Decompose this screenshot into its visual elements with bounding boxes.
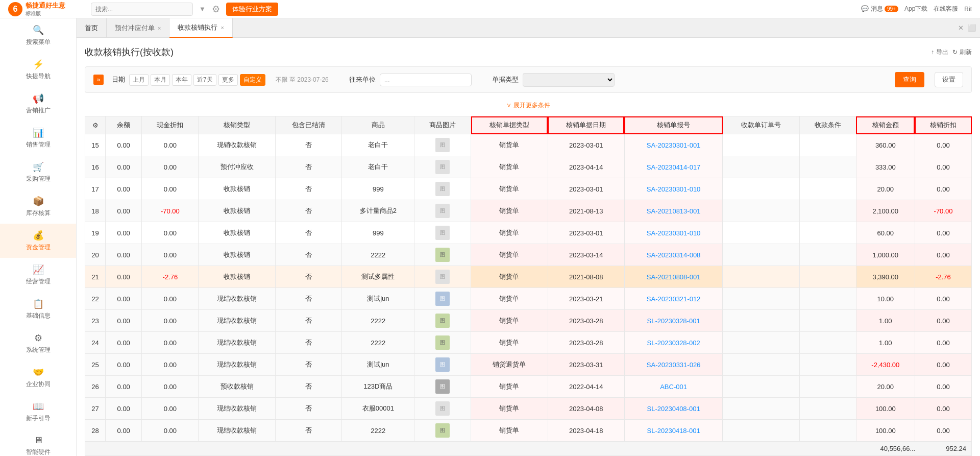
- cell-id: 23: [85, 310, 106, 332]
- sidebar-item-sales[interactable]: 📊 销售管理: [0, 121, 76, 155]
- tab-writeoff[interactable]: 收款核销执行 ×: [169, 18, 232, 38]
- refresh-button[interactable]: ↻ 刷新: [952, 48, 972, 57]
- dropdown-arrow[interactable]: ▼: [199, 5, 206, 13]
- sidebar-item-enterprise[interactable]: 🤝 企业协同: [0, 361, 76, 395]
- export-button[interactable]: ↑ 导出: [931, 48, 948, 57]
- cell-include-settled: 否: [275, 354, 342, 376]
- counterpart-input[interactable]: [380, 74, 472, 86]
- cell-remainder: 0.00: [106, 332, 142, 354]
- col-goods-image: 商品图片: [414, 116, 471, 134]
- cell-writeoff-discount: 0.00: [915, 222, 971, 244]
- cell-id: 15: [85, 134, 106, 156]
- table-row: 25 0.00 0.00 现结收款核销 否 测试jun 图 销货退货单 2023…: [85, 354, 972, 376]
- table-header: ⚙ 余额 现金折扣 核销类型 包含已结清 商品 商品图片 核销单据类型 核销单据…: [85, 116, 972, 134]
- user-name: Rit: [964, 6, 972, 13]
- page-title-actions: ↑ 导出 ↻ 刷新: [931, 48, 972, 57]
- date-this-month[interactable]: 本月: [151, 74, 170, 86]
- online-service-link[interactable]: 在线客服: [934, 5, 958, 13]
- cell-cash-discount: 0.00: [142, 398, 199, 420]
- date-custom[interactable]: 自定义: [240, 74, 265, 86]
- filter-expand-button[interactable]: »: [93, 75, 104, 85]
- date-this-year[interactable]: 本年: [172, 74, 191, 86]
- sidebar-item-finance[interactable]: 💰 资金管理: [0, 224, 76, 258]
- sidebar-item-guide[interactable]: 📖 新手引导: [0, 395, 76, 429]
- bill-no-link[interactable]: SA-20230301-010: [647, 185, 701, 193]
- expand-more-label: ∨ 展开更多条件: [506, 102, 550, 109]
- cell-writeoff-bill-no: SA-20210813-001: [624, 200, 722, 222]
- date-more[interactable]: 更多: [218, 74, 238, 86]
- cell-goods: 老白干: [342, 134, 414, 156]
- bill-no-link[interactable]: SA-20230414-017: [647, 163, 701, 171]
- bill-no-link[interactable]: SL-20230328-001: [647, 317, 700, 325]
- table-row: 15 0.00 0.00 现销收款核销 否 老白干 图 销货单 2023-03-…: [85, 134, 972, 156]
- message-icon[interactable]: 💬 消息 99+: [861, 5, 898, 13]
- cell-writeoff-discount: 0.00: [915, 398, 971, 420]
- bill-no-link[interactable]: SA-20230314-008: [647, 251, 701, 259]
- tab2-close-icon[interactable]: ×: [220, 25, 224, 31]
- guide-icon: 📖: [33, 401, 44, 412]
- cell-receipt-order: [723, 398, 799, 420]
- setting-button[interactable]: 设置: [935, 72, 963, 87]
- cell-goods: 999: [342, 178, 414, 200]
- sidebar-item-basic-info[interactable]: 📋 基础信息: [0, 292, 76, 326]
- cell-writeoff-type: 预收款核销: [199, 376, 275, 398]
- cell-receipt-order: [723, 288, 799, 310]
- sidebar-item-operations[interactable]: 📈 经营管理: [0, 258, 76, 292]
- app-download-link[interactable]: App下载: [904, 5, 927, 13]
- query-button[interactable]: 查询: [895, 72, 924, 87]
- sidebar-item-quick[interactable]: ⚡ 快捷导航: [0, 53, 76, 87]
- cell-goods: 2222: [342, 420, 414, 442]
- cell-cash-discount: 0.00: [142, 420, 199, 442]
- expand-more-btn[interactable]: ∨ 展开更多条件: [85, 99, 972, 112]
- table-footer: 40,556,66... 952.24: [85, 442, 972, 456]
- bill-no-link[interactable]: ABC-001: [660, 383, 687, 391]
- bill-type-select[interactable]: [523, 73, 615, 87]
- maximize-icon[interactable]: ⬜: [968, 24, 976, 32]
- cell-writeoff-bill-no: SA-20230414-017: [624, 156, 722, 178]
- tab1-close-icon[interactable]: ×: [158, 25, 161, 31]
- cell-remainder: 0.00: [106, 200, 142, 222]
- col-writeoff-bill-no: 核销单报号: [624, 116, 722, 134]
- sidebar-label-inventory: 库存核算: [26, 209, 51, 218]
- search-input[interactable]: [91, 3, 193, 16]
- cell-writeoff-discount: 0.00: [915, 134, 971, 156]
- bill-no-link[interactable]: SA-20230301-001: [647, 141, 701, 149]
- cell-writeoff-bill-type: 销货单: [471, 178, 548, 200]
- sales-icon: 📊: [33, 127, 44, 138]
- bill-no-link[interactable]: SA-20230301-010: [647, 229, 701, 237]
- marketing-icon: 📢: [33, 93, 44, 104]
- cell-id: 27: [85, 398, 106, 420]
- bill-no-link[interactable]: SA-20210813-001: [647, 207, 701, 215]
- date-last-month[interactable]: 上月: [129, 74, 149, 86]
- solution-button[interactable]: 体验行业方案: [226, 3, 278, 16]
- bill-no-link[interactable]: SA-20230331-026: [647, 361, 701, 369]
- close-window-icon[interactable]: ✕: [958, 24, 964, 32]
- col-settings[interactable]: ⚙: [85, 116, 106, 134]
- bill-no-link[interactable]: SL-20230328-002: [647, 339, 700, 347]
- cell-goods-image: 图: [414, 354, 471, 376]
- settings-icon[interactable]: ⚙: [212, 4, 220, 15]
- sidebar-item-purchase[interactable]: 🛒 采购管理: [0, 155, 76, 189]
- cell-include-settled: 否: [275, 376, 342, 398]
- cell-include-settled: 否: [275, 134, 342, 156]
- cell-receipt-condition: [799, 398, 856, 420]
- message-badge: 99+: [885, 6, 898, 12]
- sidebar-item-marketing[interactable]: 📢 营销推广: [0, 87, 76, 121]
- date-7days[interactable]: 近7天: [193, 74, 216, 86]
- tab-home[interactable]: 首页: [77, 18, 107, 38]
- sidebar-item-hardware[interactable]: 🖥 智能硬件: [0, 429, 76, 456]
- cell-goods-image: 图: [414, 134, 471, 156]
- tab-prepay[interactable]: 预付冲应付单 ×: [107, 18, 169, 38]
- cell-goods-image: 图: [414, 156, 471, 178]
- cell-writeoff-bill-type: 销货单: [471, 420, 548, 442]
- sidebar-item-inventory[interactable]: 📦 库存核算: [0, 189, 76, 224]
- sidebar-item-system[interactable]: ⚙ 系统管理: [0, 326, 76, 361]
- cell-writeoff-bill-no: SA-20230321-012: [624, 288, 722, 310]
- sidebar-item-search[interactable]: 🔍 搜索菜单: [0, 18, 76, 53]
- bill-no-link[interactable]: SA-20210808-001: [647, 273, 701, 281]
- cell-goods: 衣服00001: [342, 398, 414, 420]
- bill-no-link[interactable]: SL-20230418-001: [647, 427, 700, 435]
- col-writeoff-type: 核销类型: [199, 116, 275, 134]
- bill-no-link[interactable]: SL-20230408-001: [647, 405, 700, 413]
- bill-no-link[interactable]: SA-20230321-012: [647, 295, 701, 303]
